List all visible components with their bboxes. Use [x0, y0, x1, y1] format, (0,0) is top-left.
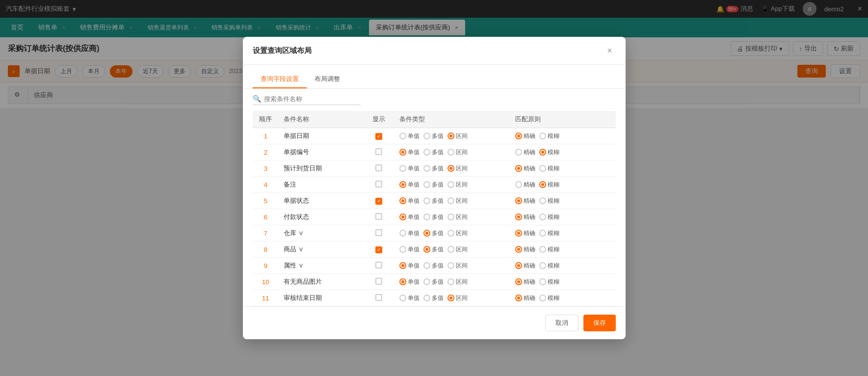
- dialog-search-area: 🔍: [243, 89, 626, 108]
- search-input[interactable]: [264, 95, 361, 103]
- dialog-header: 设置查询区域布局 ×: [243, 37, 626, 65]
- dialog-close-btn[interactable]: ×: [604, 45, 616, 56]
- search-icon: 🔍: [253, 95, 261, 103]
- settings-dialog: 设置查询区域布局 × 查询字段设置 布局调整 🔍 顺序: [243, 37, 626, 108]
- dialog-tab-layout[interactable]: 布局调整: [307, 71, 348, 88]
- modal-overlay: 设置查询区域布局 × 查询字段设置 布局调整 🔍 顺序: [0, 0, 868, 108]
- dialog-tab-layout-label: 布局调整: [315, 75, 340, 82]
- dialog-tabs: 查询字段设置 布局调整: [243, 65, 626, 89]
- search-box: 🔍: [253, 95, 361, 105]
- dialog-tab-query-fields[interactable]: 查询字段设置: [253, 71, 307, 88]
- dialog-tab-query-fields-label: 查询字段设置: [261, 75, 299, 82]
- dialog-title: 设置查询区域布局: [253, 46, 312, 55]
